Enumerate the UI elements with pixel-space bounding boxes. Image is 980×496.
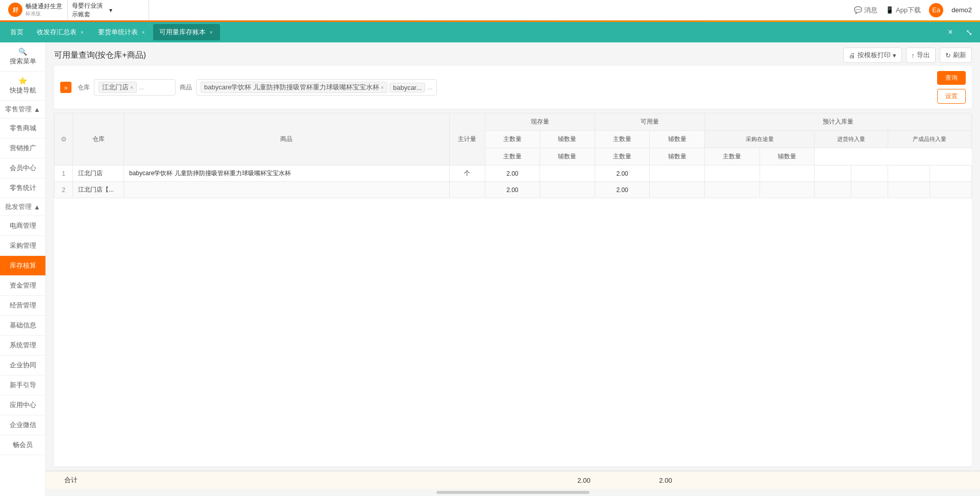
settings-button[interactable]: 设置 xyxy=(937,89,966,104)
tab-bar-close-button[interactable]: × xyxy=(943,25,958,39)
tab-home-label: 首页 xyxy=(10,28,23,37)
sidebar-item-member[interactable]: 会员中心 xyxy=(0,158,45,178)
top-bar-right: 💬 消息 📱 App下载 Ea demo2 xyxy=(854,3,972,17)
settings-gear-icon[interactable]: ⚙ xyxy=(61,135,67,143)
th-current-stock: 现存量 xyxy=(485,113,595,131)
refresh-button[interactable]: ↻ 刷新 xyxy=(940,48,972,63)
chevron-up-icon: ▲ xyxy=(34,106,40,113)
print-button[interactable]: 🖨 按模板打印 ▾ xyxy=(843,48,902,63)
search-icon: 🔍 xyxy=(3,48,42,56)
sidebar-item-search[interactable]: 🔍 搜索菜单 xyxy=(0,42,45,72)
sidebar-item-new-guide-label: 新手引导 xyxy=(10,381,36,389)
page-title: 可用量查询(按仓库+商品) xyxy=(54,50,146,61)
chevron-down-icon: ▾ xyxy=(893,52,896,59)
sidebar-group-wholesale[interactable]: 批发管理 ▲ xyxy=(0,198,45,216)
sidebar-item-finance-label: 资金管理 xyxy=(10,281,36,289)
content-area: 可用量查询(按仓库+商品) 🖨 按模板打印 ▾ ↑ 导出 ↻ 刷新 xyxy=(46,42,980,496)
th-warehouse: 仓库 xyxy=(73,113,124,166)
warehouse-filter-input[interactable]: 江北门店 × ... xyxy=(94,79,176,96)
app-download-button[interactable]: 📱 App下载 xyxy=(886,6,921,15)
sidebar-item-member-club[interactable]: 畅会员 xyxy=(0,435,45,455)
th-available-aux-qty: 辅数量 xyxy=(650,131,705,148)
query-button[interactable]: 查询 xyxy=(937,71,966,85)
sidebar-item-enterprise-collab-label: 企业协同 xyxy=(10,361,36,369)
warehouse-tag: 江北门店 × xyxy=(99,82,137,93)
warehouse-more[interactable]: ... xyxy=(139,84,144,91)
row-number: 1 xyxy=(55,166,73,182)
sidebar-item-retail-mall[interactable]: 零售商城 xyxy=(0,119,45,138)
th-available: 可用量 xyxy=(595,113,704,131)
logo-subtext: 标准版 xyxy=(26,10,62,17)
sidebar-item-inventory[interactable]: 库存核算 xyxy=(0,256,45,276)
product-tag-1-remove[interactable]: × xyxy=(381,85,384,90)
row-warehouse: 江北门店【... xyxy=(73,182,124,198)
avatar[interactable]: Ea xyxy=(929,3,943,17)
filter-expand-button[interactable]: » xyxy=(60,82,71,93)
tab-receive-summary-label: 收发存汇总表 xyxy=(37,28,77,37)
sidebar-item-app-center-label: 应用中心 xyxy=(10,401,36,409)
page-toolbar: 🖨 按模板打印 ▾ ↑ 导出 ↻ 刷新 xyxy=(843,48,972,63)
row-unit: 个 xyxy=(449,166,485,182)
row-finished-aux-qty xyxy=(929,166,971,182)
message-button[interactable]: 💬 消息 xyxy=(854,6,877,15)
tab-available-inventory[interactable]: 可用量库存账本 × xyxy=(153,24,220,40)
sidebar-group-retail[interactable]: 零售管理 ▲ xyxy=(0,101,45,119)
row-purchase-main-qty xyxy=(705,166,760,182)
row-finished-main-qty xyxy=(888,182,929,198)
table-body: 1 江北门店 babycare学饮杯 儿童防摔防撞吸管杯重力球吸嘴杯宝宝水杯 个… xyxy=(55,166,972,198)
sidebar-item-quick-nav[interactable]: ⭐ 快捷导航 xyxy=(0,72,45,101)
th-available-main-qty: 主数量 xyxy=(595,131,650,148)
refresh-label: 刷新 xyxy=(953,51,966,60)
avatar-text: Ea xyxy=(932,6,940,14)
row-finished-main-qty xyxy=(888,166,929,182)
product-tag-1: babycare学饮杯 儿童防摔防撞吸管杯重力球吸嘴杯宝宝水杯 × xyxy=(201,82,387,93)
sidebar-item-app-center[interactable]: 应用中心 xyxy=(0,395,45,415)
sidebar-item-operations[interactable]: 经营管理 xyxy=(0,296,45,316)
sidebar: 🔍 搜索菜单 ⭐ 快捷导航 零售管理 ▲ 零售商城 营销推广 会员中心 零售统计… xyxy=(0,42,46,496)
row-incoming-main-qty xyxy=(815,182,851,198)
tab-bar-expand-button[interactable]: ⤡ xyxy=(962,25,976,39)
sidebar-item-enterprise-wechat-label: 企业微信 xyxy=(10,421,36,429)
tab-close-icon[interactable]: × xyxy=(141,29,146,36)
sidebar-item-system[interactable]: 系统管理 xyxy=(0,336,45,356)
export-button[interactable]: ↑ 导出 xyxy=(906,48,936,63)
tenant-selector[interactable]: 母婴行业演示账套 ▾ xyxy=(67,0,149,21)
tab-order-stats-label: 要货单统计表 xyxy=(98,28,138,37)
tab-order-stats[interactable]: 要货单统计表 × xyxy=(92,24,152,40)
tab-close-icon[interactable]: × xyxy=(209,29,214,36)
print-label: 按模板打印 xyxy=(857,51,891,60)
warehouse-tag-remove[interactable]: × xyxy=(130,85,133,90)
tab-close-icon[interactable]: × xyxy=(80,29,85,36)
sidebar-item-retail-stats[interactable]: 零售统计 xyxy=(0,178,45,198)
horizontal-scrollbar[interactable] xyxy=(46,489,980,496)
row-incoming-aux-qty xyxy=(851,182,888,198)
tab-receive-summary[interactable]: 收发存汇总表 × xyxy=(31,24,91,40)
sidebar-item-quick-nav-label: 快捷导航 xyxy=(10,86,36,94)
sidebar-item-operations-label: 经营管理 xyxy=(10,301,36,309)
product-more[interactable]: ... xyxy=(427,84,432,91)
product-filter-input[interactable]: babycare学饮杯 儿童防摔防撞吸管杯重力球吸嘴杯宝宝水杯 × babyca… xyxy=(196,79,437,96)
sidebar-item-purchase[interactable]: 采购管理 xyxy=(0,236,45,256)
sidebar-item-enterprise-wechat[interactable]: 企业微信 xyxy=(0,415,45,435)
row-number: 2 xyxy=(55,182,73,198)
sidebar-item-finance[interactable]: 资金管理 xyxy=(0,276,45,296)
th-incoming-main-qty: 主数量 xyxy=(595,148,650,166)
sidebar-item-member-label: 会员中心 xyxy=(10,164,36,172)
sidebar-item-marketing[interactable]: 营销推广 xyxy=(0,138,45,158)
th-purchase-aux-qty: 辅数量 xyxy=(540,148,595,166)
th-incoming-aux-qty: 辅数量 xyxy=(650,148,705,166)
export-label: 导出 xyxy=(917,51,930,60)
filter-actions: 查询 设置 xyxy=(937,71,966,104)
app-download-icon: 📱 xyxy=(886,6,894,14)
sidebar-item-new-guide[interactable]: 新手引导 xyxy=(0,375,45,395)
tab-home[interactable]: 首页 xyxy=(4,24,30,40)
sidebar-item-search-label: 搜索菜单 xyxy=(10,57,36,65)
sidebar-item-ecommerce[interactable]: 电商管理 xyxy=(0,216,45,236)
logo-text-area: 畅捷通好生意 标准版 xyxy=(26,3,62,17)
filter-section: » 仓库 江北门店 × ... 商品 babycare学饮杯 儿童防摔防撞吸管杯… xyxy=(54,66,972,109)
sidebar-item-enterprise-collab[interactable]: 企业协同 xyxy=(0,356,45,375)
th-settings[interactable]: ⚙ xyxy=(55,113,73,166)
row-purchase-aux-qty xyxy=(760,182,815,198)
sidebar-item-basic-info[interactable]: 基础信息 xyxy=(0,316,45,336)
sidebar-item-basic-info-label: 基础信息 xyxy=(10,321,36,329)
